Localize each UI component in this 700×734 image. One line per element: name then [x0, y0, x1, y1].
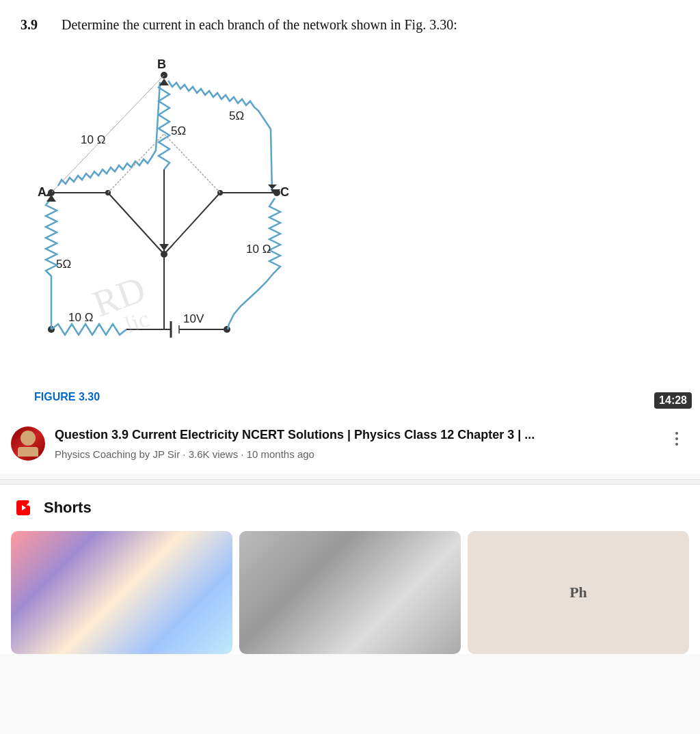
section-divider	[0, 479, 700, 485]
shorts-header: Shorts	[11, 495, 689, 520]
circuit-diagram: 3.9 Determine the current in each branch…	[0, 0, 700, 417]
label-10ohm-topleft: 10 Ω	[81, 133, 105, 146]
dot-2	[675, 437, 678, 440]
dot-3	[675, 443, 678, 446]
shorts-icon	[11, 495, 36, 520]
short-thumbnail-2[interactable]	[239, 531, 461, 654]
thumbnail-container[interactable]: 3.9 Determine the current in each branch…	[0, 0, 700, 417]
problem-statement: Determine the current in each branch of …	[62, 17, 457, 32]
short-thumb-3-text: Ph	[569, 584, 587, 601]
label-10v-source: 10V	[183, 312, 204, 325]
node-label-B: B	[157, 57, 166, 71]
node-label-C: C	[280, 185, 289, 199]
label-10ohm-rightside: 10 Ω	[246, 243, 271, 256]
circuit-svg: 10 Ω 5Ω 5Ω 10 Ω	[34, 42, 294, 384]
problem-text: 3.9 Determine the current in each branch…	[21, 14, 679, 36]
short-thumbnail-1[interactable]	[11, 531, 232, 654]
label-10ohm-bottom-wire: 10 Ω	[68, 311, 93, 324]
dot-1	[675, 432, 678, 435]
channel-avatar[interactable]	[11, 426, 45, 461]
circuit-svg-wrapper: 10 Ω 5Ω 5Ω 10 Ω	[21, 42, 679, 384]
duration-badge: 14:28	[654, 392, 692, 409]
video-info-row: Question 3.9 Current Electricity NCERT S…	[0, 417, 700, 474]
problem-number: 3.9	[21, 17, 38, 32]
avatar-body	[18, 447, 38, 457]
label-5ohm-topright: 5Ω	[229, 109, 244, 122]
shorts-section: Shorts Ph	[0, 485, 700, 654]
more-options-button[interactable]	[664, 426, 689, 451]
avatar-face	[21, 431, 36, 446]
node-label-A: A	[38, 185, 46, 199]
short-thumbnail-3[interactable]: Ph	[468, 531, 689, 654]
three-dots-icon	[675, 432, 678, 446]
avatar-image	[11, 426, 45, 461]
figure-caption: FIGURE 3.30	[21, 391, 679, 403]
video-card: 3.9 Determine the current in each branch…	[0, 0, 700, 474]
video-text-info: Question 3.9 Current Electricity NCERT S…	[55, 426, 655, 463]
label-5ohm-inner-vert: 5Ω	[171, 124, 186, 137]
video-title[interactable]: Question 3.9 Current Electricity NCERT S…	[55, 426, 655, 444]
label-5ohm-left-side: 5Ω	[56, 258, 71, 271]
shorts-grid: Ph	[11, 531, 689, 654]
shorts-title: Shorts	[44, 499, 92, 517]
video-meta: Physics Coaching by JP Sir · 3.6K views …	[55, 447, 655, 463]
